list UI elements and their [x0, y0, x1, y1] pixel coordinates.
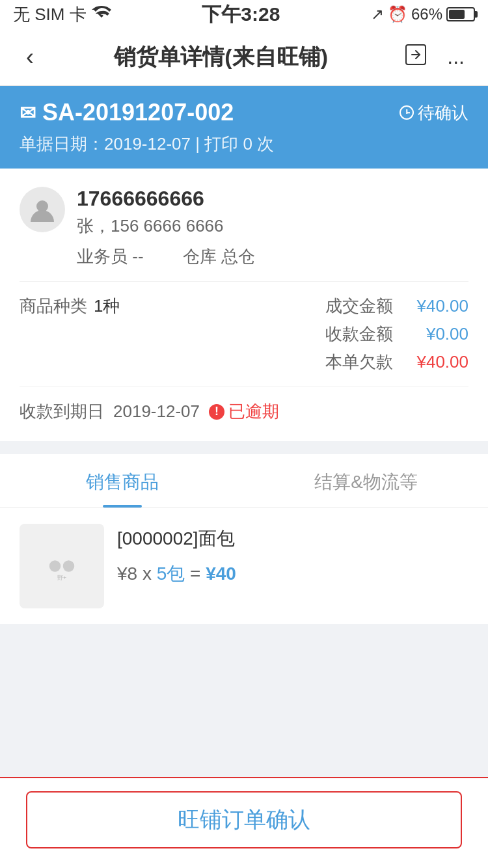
tab-sales-products[interactable]: 销售商品	[0, 454, 244, 508]
divider-1	[20, 281, 468, 282]
back-button[interactable]: ‹	[20, 37, 40, 77]
bottom-bar: 旺铺订单确认	[0, 777, 488, 868]
carrier-label: 无 SIM 卡	[13, 3, 87, 26]
status-bar: 无 SIM 卡 下午3:28 ↗ ⏰ 66%	[0, 0, 488, 29]
status-time: 下午3:28	[202, 1, 280, 28]
product-section: 野+ [0000002]面包 ¥8 x 5包 = ¥40	[0, 508, 488, 624]
summary-right: 成交金额 ¥40.00 收款金额 ¥0.00 本单欠款 ¥40.00	[325, 295, 468, 373]
clock-icon	[400, 105, 414, 120]
customer-info: 17666666666 张，156 6666 6666 业务员 -- 仓库 总仓	[77, 187, 468, 268]
product-price: ¥8 x 5包 = ¥40	[117, 562, 468, 586]
overdue-badge: ! 已逾期	[209, 400, 279, 423]
svg-point-2	[49, 560, 61, 572]
product-thumbnail: 野+	[20, 524, 104, 608]
wifi-icon	[92, 5, 111, 25]
order-id: ✉ SA-20191207-002	[20, 99, 234, 126]
overdue-label: 已逾期	[228, 400, 279, 423]
page-title: 销货单详情(来自旺铺)	[114, 42, 328, 72]
location-icon: ↗	[371, 5, 384, 23]
warehouse-meta: 仓库 总仓	[183, 245, 255, 268]
svg-text:野+: 野+	[57, 575, 66, 581]
collection-amount: 收款金额 ¥0.00	[325, 323, 468, 346]
product-info: [0000002]面包 ¥8 x 5包 = ¥40	[117, 524, 468, 586]
summary-row: 商品种类 1种 成交金额 ¥40.00 收款金额 ¥0.00 本单欠款 ¥40.…	[20, 295, 468, 373]
battery-label: 66%	[411, 5, 442, 23]
avatar	[20, 187, 65, 232]
overdue-icon: !	[209, 404, 224, 420]
owed-amount: 本单欠款 ¥40.00	[325, 351, 468, 373]
due-date-row: 收款到期日 2019-12-07 ! 已逾期	[20, 400, 468, 423]
transaction-amount: 成交金额 ¥40.00	[325, 295, 468, 318]
tabs-container: 销售商品 结算&物流等	[0, 454, 488, 508]
salesperson-meta: 业务员 --	[77, 245, 144, 268]
nav-bar: ‹ 销货单详情(来自旺铺) ...	[0, 29, 488, 86]
order-status: 待确认	[400, 102, 468, 124]
customer-section: 17666666666 张，156 6666 6666 业务员 -- 仓库 总仓…	[0, 169, 488, 441]
battery-icon	[446, 7, 475, 21]
customer-name: 张，156 6666 6666	[77, 215, 468, 237]
product-item: 野+ [0000002]面包 ¥8 x 5包 = ¥40	[20, 524, 468, 608]
product-name: [0000002]面包	[117, 526, 468, 551]
confirm-order-button[interactable]: 旺铺订单确认	[26, 791, 462, 848]
alarm-icon: ⏰	[388, 5, 407, 23]
more-button[interactable]: ...	[443, 41, 468, 73]
nav-actions: ...	[401, 40, 468, 74]
share-button[interactable]	[401, 40, 430, 74]
due-date-value: 2019-12-07	[113, 401, 200, 422]
status-right: ↗ ⏰ 66%	[371, 5, 475, 23]
customer-meta: 业务员 -- 仓库 总仓	[77, 245, 468, 268]
order-header-card: ✉ SA-20191207-002 待确认 单据日期：2019-12-07 | …	[0, 86, 488, 169]
divider-2	[20, 387, 468, 387]
due-date-label: 收款到期日	[20, 400, 104, 423]
svg-point-3	[63, 560, 75, 572]
product-type: 商品种类 1种	[20, 295, 120, 318]
status-left: 无 SIM 卡	[13, 3, 111, 26]
envelope-icon: ✉	[20, 102, 36, 124]
content-spacer	[0, 624, 488, 715]
tab-settlement[interactable]: 结算&物流等	[244, 454, 488, 508]
customer-phone-display: 17666666666	[77, 187, 468, 211]
order-date: 单据日期：2019-12-07 | 打印 0 次	[20, 133, 468, 156]
